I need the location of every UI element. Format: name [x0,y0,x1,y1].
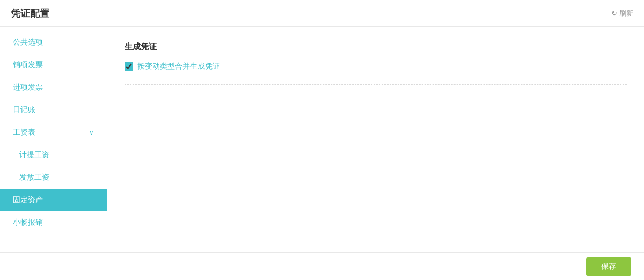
sidebar-item-journal[interactable]: 日记账 [0,99,107,121]
sidebar-item-purchase-invoice[interactable]: 进项发票 [0,76,107,99]
sidebar-item-payroll-table[interactable]: 工资表∨ [0,121,107,144]
refresh-icon: ↻ [611,9,617,17]
sidebar-item-sales-invoice[interactable]: 销项发票 [0,54,107,76]
page-footer: 保存 [0,252,644,280]
sidebar-item-label: 进项发票 [13,83,43,92]
section-title: 生成凭证 [125,42,627,52]
sidebar-item-payroll-advance[interactable]: 计提工资 [0,144,107,166]
sidebar-item-label: 销项发票 [13,60,43,70]
refresh-button[interactable]: ↻ 刷新 [611,9,633,18]
merge-checkbox[interactable] [125,62,133,71]
page-header: 凭证配置 ↻ 刷新 [0,0,644,27]
sidebar-item-label: 发放工资 [19,173,49,182]
sidebar-item-fixed-assets[interactable]: 固定资产 [0,189,107,211]
content-area: 生成凭证 按变动类型合并生成凭证 [107,27,644,252]
section-divider [125,84,627,85]
sidebar-item-expense-report[interactable]: 小畅报销 [0,211,107,234]
page-title: 凭证配置 [11,7,49,20]
refresh-label: 刷新 [619,9,633,18]
sidebar-item-label: 计提工资 [19,150,49,160]
sidebar-item-label: 工资表 [13,128,35,137]
save-button[interactable]: 保存 [586,257,631,276]
sidebar-item-label: 公共选项 [13,38,43,47]
chevron-down-icon: ∨ [89,129,94,136]
sidebar-item-payroll-pay[interactable]: 发放工资 [0,166,107,189]
merge-checkbox-label[interactable]: 按变动类型合并生成凭证 [137,62,220,71]
sidebar-item-label: 日记账 [13,105,35,115]
sidebar: 公共选项销项发票进项发票日记账工资表∨计提工资发放工资固定资产小畅报销 [0,27,107,252]
checkbox-row: 按变动类型合并生成凭证 [125,62,627,71]
sidebar-item-label: 小畅报销 [13,218,43,227]
sidebar-item-public-options[interactable]: 公共选项 [0,31,107,54]
sidebar-item-label: 固定资产 [13,195,43,205]
main-layout: 公共选项销项发票进项发票日记账工资表∨计提工资发放工资固定资产小畅报销 生成凭证… [0,27,644,252]
